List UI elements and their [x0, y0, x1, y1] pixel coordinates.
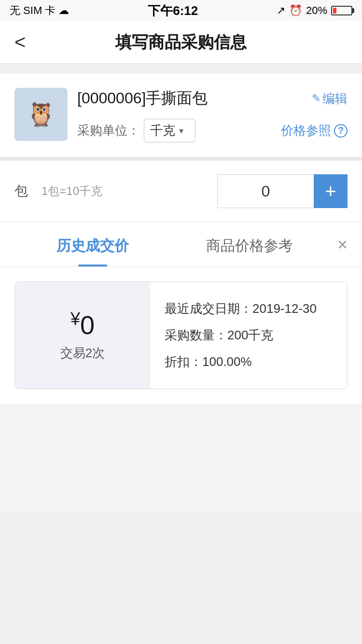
- quantity-row: 包 1包=10千克 +: [0, 161, 362, 222]
- price-ref-button[interactable]: 价格参照 ?: [281, 122, 348, 139]
- battery-icon: [331, 6, 352, 15]
- section-divider: [0, 157, 362, 161]
- chevron-down-icon: ▾: [179, 126, 183, 136]
- help-icon: ?: [334, 124, 348, 138]
- history-content: ¥0 交易2次 最近成交日期：2019-12-30 采购数量：200千克 折扣：…: [0, 267, 362, 404]
- battery-percent: 20%: [306, 4, 327, 17]
- status-right: ↗ ⏰ 20%: [277, 4, 352, 17]
- history-trades-count: 交易2次: [60, 345, 105, 362]
- product-image: 🦉: [14, 88, 68, 141]
- product-details: [0000006]手撕面包 ✎ 编辑 采购单位： 千克 ▾ 价格参照 ?: [77, 88, 348, 142]
- tabs-section: 历史成交价 商品价格参考 × ¥0 交易2次 最近成交日期：2019-12-30: [0, 223, 362, 404]
- unit-section: 采购单位： 千克 ▾: [77, 119, 195, 142]
- tab-history-price[interactable]: 历史成交价: [14, 223, 171, 266]
- edit-label: 编辑: [322, 90, 348, 107]
- unit-label: 采购单位：: [77, 122, 140, 139]
- tabs-header: 历史成交价 商品价格参考 ×: [0, 223, 362, 267]
- status-left: 无 SIM 卡 ☁: [10, 3, 69, 18]
- recent-date-row: 最近成交日期：2019-12-30: [165, 299, 333, 318]
- quantity-input[interactable]: [217, 174, 314, 208]
- discount-row: 折扣：100.00%: [165, 352, 333, 371]
- unit-select[interactable]: 千克 ▾: [144, 119, 195, 142]
- purchase-qty-row: 采购数量：200千克: [165, 326, 333, 345]
- edit-icon: ✎: [312, 92, 320, 105]
- quantity-plus-button[interactable]: +: [314, 174, 348, 208]
- product-name: [0000006]手撕面包: [77, 88, 208, 109]
- edit-button[interactable]: ✎ 编辑: [312, 90, 348, 107]
- tab-price-ref[interactable]: 商品价格参考: [171, 223, 327, 266]
- currency-symbol: ¥: [70, 309, 80, 329]
- tab-price-ref-label: 商品价格参考: [206, 238, 293, 253]
- product-logo-icon: 🦉: [27, 101, 56, 128]
- history-price-section: ¥0 交易2次: [15, 282, 150, 389]
- history-card: ¥0 交易2次 最近成交日期：2019-12-30 采购数量：200千克 折扣：…: [14, 281, 348, 389]
- package-unit-label: 包: [14, 182, 28, 200]
- location-icon: ↗: [277, 4, 285, 17]
- page-title: 填写商品采购信息: [115, 31, 247, 54]
- recent-date-label: 最近成交日期：: [165, 301, 252, 316]
- unit-conversion: 1包=10千克: [42, 183, 102, 199]
- unit-value: 千克: [150, 122, 175, 139]
- tab-history-label: 历史成交价: [56, 238, 129, 253]
- status-bar: 无 SIM 卡 ☁ 下午6:12 ↗ ⏰ 20%: [0, 0, 362, 21]
- purchase-qty-value: 200千克: [227, 328, 273, 342]
- tabs-close-button[interactable]: ×: [328, 225, 348, 265]
- product-card: 🦉 [0000006]手撕面包 ✎ 编辑 采购单位： 千克 ▾ 价格参照 ?: [0, 73, 362, 157]
- product-unit-row: 采购单位： 千克 ▾ 价格参照 ?: [77, 119, 348, 142]
- quantity-input-wrap: +: [217, 174, 348, 208]
- product-header: [0000006]手撕面包 ✎ 编辑: [77, 88, 348, 109]
- price-number: 0: [80, 310, 95, 339]
- nav-bar: < 填写商品采购信息: [0, 21, 362, 64]
- discount-value: 100.00%: [202, 354, 252, 369]
- back-button[interactable]: <: [14, 31, 35, 53]
- signal-text: 无 SIM 卡 ☁: [10, 3, 69, 18]
- history-details-section: 最近成交日期：2019-12-30 采购数量：200千克 折扣：100.00%: [150, 282, 347, 389]
- purchase-qty-label: 采购数量：: [165, 328, 227, 342]
- history-price-value: ¥0: [70, 309, 95, 340]
- price-ref-label: 价格参照: [281, 122, 331, 139]
- discount-label: 折扣：: [165, 354, 202, 369]
- recent-date-value: 2019-12-30: [252, 301, 317, 316]
- alarm-icon: ⏰: [289, 4, 302, 17]
- status-time: 下午6:12: [148, 2, 198, 19]
- main-content: 历史成交价 商品价格参考 × ¥0 交易2次 最近成交日期：2019-12-30: [0, 223, 362, 512]
